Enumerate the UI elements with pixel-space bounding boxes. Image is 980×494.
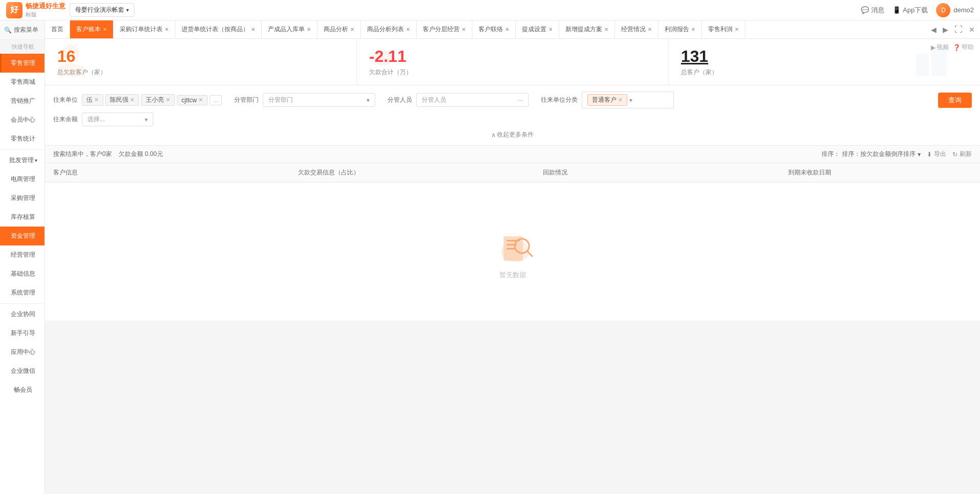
result-bar-right: 排序： 排序：按欠款金额倒序排序 ▾ ⬇ 导出 ↻ 刷新 <box>822 150 972 159</box>
sort-selector[interactable]: 排序： 排序：按欠款金额倒序排序 ▾ <box>822 150 921 159</box>
sidebar-item-inventory[interactable]: 库存核算 <box>0 208 44 227</box>
chevron-down-icon: ▾ <box>367 97 370 104</box>
tab-close-icon[interactable]: ✕ <box>165 27 169 32</box>
doc-help-btn[interactable]: ❓ 帮助 <box>953 43 974 52</box>
sidebar-item-member-vip[interactable]: 畅会员 <box>0 380 44 399</box>
tab-close-icon[interactable]: ✕ <box>549 27 553 32</box>
tab-close-icon[interactable]: ✕ <box>307 27 311 32</box>
sidebar-item-purchase[interactable]: 采购管理 <box>0 189 44 208</box>
tab-commission-settings[interactable]: 提成设置 ✕ <box>516 20 559 39</box>
unit-class-tag[interactable]: 普通客户 ✕ <box>587 94 627 106</box>
unit-class-select[interactable]: 普通客户 ✕ ▾ <box>582 92 674 108</box>
sidebar-item-wechat[interactable]: 企业微信 <box>0 362 44 380</box>
col-customer-info: 客户信息 <box>53 168 298 177</box>
tab-profit-report[interactable]: 利润报告 ✕ <box>658 20 702 39</box>
empty-text: 暂无数据 <box>499 271 526 280</box>
page-content: 16 总欠款客户（家） -2.11 欠款合计（万） <box>45 39 980 494</box>
tab-expand-icon[interactable]: ⛶ <box>952 24 965 35</box>
data-table: 客户信息 欠款交易信息（占比） 回款情况 到期未收款日期 <box>45 163 980 321</box>
col-due-date: 到期未收款日期 <box>788 168 972 177</box>
sidebar-item-wholesale[interactable]: 批发管理 ▾ <box>0 151 44 170</box>
sidebar-item-ecommerce[interactable]: 电商管理 <box>0 170 44 189</box>
unit-tag-chen[interactable]: 陈民强 ✕ <box>105 94 139 106</box>
query-button[interactable]: 查询 <box>938 93 972 108</box>
download-icon: 📱 <box>893 6 901 14</box>
tab-home[interactable]: 首页 <box>45 20 70 39</box>
sidebar-item-retail-mall[interactable]: 零售商城 <box>0 73 44 92</box>
tab-close-icon[interactable]: ✕ <box>505 27 509 32</box>
tab-close-icon[interactable]: ✕ <box>604 27 608 32</box>
export-button[interactable]: ⬇ 导出 <box>927 150 946 159</box>
tab-close-icon[interactable]: ✕ <box>648 27 652 32</box>
tab-close-all-icon[interactable]: ✕ <box>967 25 977 35</box>
balance-label: 往来余额 <box>53 115 78 124</box>
video-help-btn[interactable]: ▶ 视频 <box>931 43 949 52</box>
dept-label: 分管部门 <box>234 96 259 104</box>
unit-tag-cjttcw-remove[interactable]: ✕ <box>198 97 203 103</box>
tab-purchase-order-stats[interactable]: 采购订单统计表 ✕ <box>113 20 175 39</box>
person-select[interactable]: 分管人员 ··· <box>416 93 529 107</box>
table-header: 客户信息 欠款交易信息（占比） 回款情况 到期未收款日期 <box>45 163 980 183</box>
svg-rect-8 <box>507 248 515 250</box>
tab-retail-profit[interactable]: 零售利润 ✕ <box>702 20 745 39</box>
unit-tag-wu-remove[interactable]: ✕ <box>94 97 99 103</box>
tab-customer-contact[interactable]: 客户联络 ✕ <box>472 20 516 39</box>
unit-tag-wang-remove[interactable]: ✕ <box>166 97 170 103</box>
sidebar-item-basic-info[interactable]: 基础信息 <box>0 264 44 283</box>
messages-btn[interactable]: 💬 消息 <box>861 6 884 15</box>
unit-tag-cjttcw[interactable]: cjttcw ✕ <box>177 95 208 105</box>
video-icon: ▶ <box>931 44 936 51</box>
export-icon: ⬇ <box>927 151 932 158</box>
tab-close-icon[interactable]: ✕ <box>735 27 739 32</box>
tab-close-icon[interactable]: ✕ <box>103 27 107 32</box>
refresh-button[interactable]: ↻ 刷新 <box>952 150 972 159</box>
tab-close-icon[interactable]: ✕ <box>251 27 255 32</box>
sidebar-item-retail-stats[interactable]: 零售统计 <box>0 129 44 148</box>
tab-customer-ledger[interactable]: 客户账本 ✕ <box>70 20 113 39</box>
svg-point-0 <box>63 45 79 61</box>
sidebar-item-finance[interactable]: 资金管理 <box>0 227 44 245</box>
sidebar-item-system[interactable]: 系统管理 <box>0 283 44 302</box>
tab-bar-controls: ◀ ▶ ⛶ ✕ <box>926 24 980 35</box>
tab-product-inbound[interactable]: 产成品入库单 ✕ <box>262 20 317 39</box>
store-selector[interactable]: 母婴行业演示帐套 ▾ <box>70 3 134 17</box>
collapse-btn[interactable]: ∧ 收起更多条件 <box>53 130 972 139</box>
sidebar-item-operation[interactable]: 经营管理 <box>0 245 44 264</box>
tab-customer-segment[interactable]: 客户分层经营 ✕ <box>417 20 472 39</box>
tab-product-analysis-list[interactable]: 商品分析列表 ✕ <box>361 20 417 39</box>
balance-select[interactable]: 选择... ▾ <box>82 113 153 126</box>
sidebar-search[interactable]: 🔍 搜索菜单 <box>0 20 44 40</box>
filter-area: 往来单位 伍 ✕ 陈民强 ✕ 王小亮 ✕ <box>45 85 980 146</box>
chevron-down-icon: ▾ <box>126 7 129 13</box>
logo-area: 好 畅捷通好生意 标版 <box>6 2 65 18</box>
tab-close-icon[interactable]: ✕ <box>462 27 466 32</box>
unit-tag-wu[interactable]: 伍 ✕ <box>82 94 103 106</box>
sidebar-item-guide[interactable]: 新手引导 <box>0 324 44 343</box>
sidebar-item-enterprise[interactable]: 企业协同 <box>0 305 44 324</box>
sidebar-item-app-center[interactable]: 应用中心 <box>0 343 44 362</box>
dept-select[interactable]: 分管部门 ▾ <box>263 93 375 107</box>
tab-prev-icon[interactable]: ◀ <box>929 25 939 35</box>
sidebar-item-member[interactable]: 会员中心 <box>0 110 44 129</box>
unit-tag-wang[interactable]: 王小亮 ✕ <box>141 94 175 106</box>
tab-product-analysis[interactable]: 商品分析 ✕ <box>317 20 361 39</box>
tab-add-commission[interactable]: 新增提成方案 ✕ <box>559 20 615 39</box>
tab-business-status[interactable]: 经营情况 ✕ <box>615 20 658 39</box>
search-icon: 🔍 <box>4 27 12 34</box>
unit-class-tag-remove[interactable]: ✕ <box>618 97 623 103</box>
tab-close-icon[interactable]: ✕ <box>406 27 410 32</box>
app-download-btn[interactable]: 📱 App下载 <box>893 6 928 15</box>
empty-icon <box>492 223 533 264</box>
unit-tag-more[interactable]: ... <box>210 95 222 105</box>
sidebar-item-retail[interactable]: 零售管理 <box>0 54 44 73</box>
main-area: 首页 客户账本 ✕ 采购订单统计表 ✕ 进货单统计表（按商品） ✕ 产成品入库单… <box>45 20 980 494</box>
person-label: 分管人员 <box>388 96 412 104</box>
filter-row-2: 往来余额 选择... ▾ <box>53 113 972 126</box>
tab-inbound-stats[interactable]: 进货单统计表（按商品） ✕ <box>175 20 262 39</box>
tab-close-icon[interactable]: ✕ <box>350 27 354 32</box>
user-area[interactable]: D demo2 <box>936 3 974 17</box>
tab-next-icon[interactable]: ▶ <box>941 25 950 35</box>
sidebar-item-marketing[interactable]: 营销推广 <box>0 92 44 110</box>
unit-tag-chen-remove[interactable]: ✕ <box>130 97 134 103</box>
tab-close-icon[interactable]: ✕ <box>691 27 695 32</box>
